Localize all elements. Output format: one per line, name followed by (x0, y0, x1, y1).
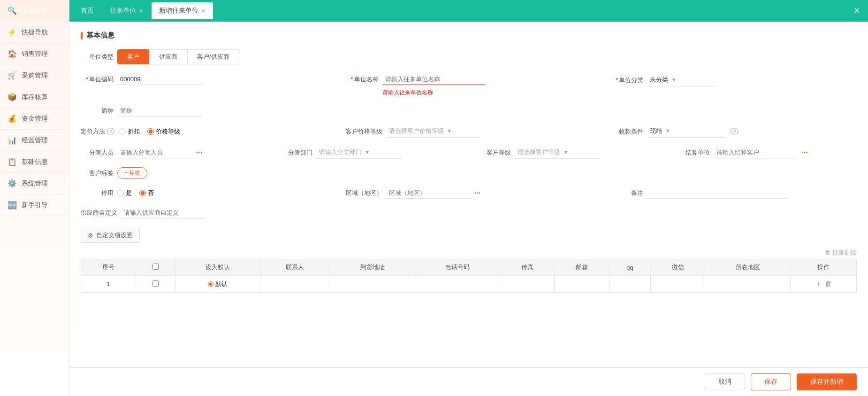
default-radio[interactable] (208, 281, 213, 287)
short-name-label: 简称 (81, 107, 114, 115)
row-select-checkbox[interactable] (152, 280, 159, 287)
unit-name-label: *单位名称 (346, 75, 379, 84)
sidebar-item-label: 系统管理 (22, 179, 48, 188)
row-action-btns: ＋ 🗑 (795, 280, 852, 288)
region-label: 区域（地区） (346, 189, 382, 197)
col-wechat: 微信 (650, 259, 705, 276)
type-btn-customer[interactable]: 客户 (117, 49, 149, 64)
table-header-row: 序号 设为默认 联系人 到货地址 电话号码 传真 邮箱 qq 微信 所在地区 操… (81, 259, 857, 276)
batch-delete-btn[interactable]: 🗑 批量删除 (824, 248, 857, 257)
col-seq: 序号 (81, 259, 136, 276)
row-seq: 1 (81, 276, 136, 293)
tab-new-partner[interactable]: 新增往来单位 ✕ (152, 2, 213, 19)
sidebar-item-new-guide[interactable]: 🆕 新手引导 (0, 194, 69, 216)
unit-type-group: 单位类型 客户 供应商 客户/供应商 (81, 49, 857, 64)
sidebar-item-label: 快捷导航 (22, 28, 48, 37)
section-bar (81, 32, 83, 39)
sidebar-item-search[interactable]: 🔍 搜索菜单 (0, 0, 69, 22)
save-button[interactable]: 保存 (751, 373, 791, 390)
sidebar-item-label: 库存核算 (22, 93, 48, 101)
tab-partner-list-close[interactable]: ✕ (139, 8, 143, 14)
sidebar-item-system[interactable]: ⚙️ 系统管理 (0, 173, 69, 194)
pricing-method-radios: 折扣 价格等级 (119, 127, 180, 136)
select-all-checkbox[interactable] (152, 264, 159, 270)
tab-bar: 首页 往来单位 ✕ 新增往来单位 ✕ ✕ (69, 0, 868, 22)
tab-home-label: 首页 (81, 7, 94, 15)
custom-settings-label: 自定义项设置 (96, 231, 133, 240)
custom-settings-btn[interactable]: ⚙ 自定义项设置 (81, 228, 140, 243)
settlement-unit-input[interactable] (714, 147, 798, 158)
customer-tag-label: 客户标签 (81, 169, 114, 178)
sidebar-item-quick-nav[interactable]: ⚡ 快捷导航 (0, 22, 69, 43)
type-btn-both[interactable]: 客户/供应商 (187, 49, 239, 64)
pricing-level-label: 价格等级 (156, 127, 180, 136)
main-area: 首页 往来单位 ✕ 新增往来单位 ✕ ✕ 基本信息 单位类型 客户 供应商 客户… (69, 0, 868, 396)
gear-icon: ⚙️ (8, 179, 17, 188)
batch-delete-label: 批量删除 (832, 249, 857, 256)
chevron-down-icon-3: ▼ (665, 128, 670, 134)
radio-circle-discount (119, 128, 126, 135)
row-qq (609, 276, 650, 293)
pricing-discount-label: 折扣 (128, 127, 140, 136)
unit-code-label: *单位编码 (81, 75, 114, 84)
row-wechat (650, 276, 705, 293)
type-btn-supplier[interactable]: 供应商 (149, 49, 187, 64)
content-area: 基本信息 单位类型 客户 供应商 客户/供应商 *单位编码 *单位名称 (69, 22, 868, 367)
save-add-button[interactable]: 保存并新增 (797, 373, 857, 390)
row-contact (260, 276, 330, 293)
unit-category-label: *单位分类 (610, 76, 643, 85)
customer-price-level-group: 客户价格等级 请选择客户价格等级 ▼ (346, 125, 592, 138)
sidebar-item-basic-info[interactable]: 📋 基础信息 (0, 151, 69, 173)
short-name-input[interactable] (117, 105, 202, 116)
short-name-group: 简称 (81, 105, 857, 116)
region-input[interactable] (386, 187, 471, 199)
pricing-radio-level[interactable]: 价格等级 (147, 127, 180, 136)
sidebar-item-inventory[interactable]: 📦 库存核算 (0, 86, 69, 108)
sidebar-item-fund[interactable]: 💰 资金管理 (0, 108, 69, 130)
payment-help-icon[interactable]: ? (731, 128, 738, 135)
tab-new-partner-close[interactable]: ✕ (201, 8, 206, 14)
department-label: 分管部门 (280, 148, 312, 157)
customer-level-placeholder: 请选择客户等级 (518, 148, 560, 156)
delete-row-btn[interactable]: 🗑 (825, 280, 832, 288)
radio-circle-yes (117, 190, 124, 196)
money-icon: 💰 (8, 114, 17, 123)
sidebar-item-label: 采购管理 (22, 71, 48, 80)
unit-category-select[interactable]: 未分类 ▼ (647, 74, 717, 86)
cancel-button[interactable]: 取消 (705, 373, 745, 390)
chevron-down-icon: ▼ (671, 77, 677, 83)
disabled-radio-yes[interactable]: 是 (117, 189, 132, 197)
remark-label: 备注 (610, 189, 643, 197)
doc-icon: 📋 (8, 157, 17, 166)
payment-terms-select[interactable]: 现结 ▼ (647, 125, 727, 138)
customer-level-select[interactable]: 请选择客户等级 ▼ (515, 146, 599, 159)
department-select[interactable]: 请输入分管部门 ▼ (316, 146, 401, 159)
sidebar-item-sales[interactable]: 🏠 销售管理 (0, 43, 69, 65)
region-more-btn[interactable]: ··· (474, 189, 480, 197)
tab-partner-list[interactable]: 往来单位 ✕ (102, 2, 151, 19)
radio-circle-no (139, 190, 146, 196)
manager-more-btn[interactable]: ··· (196, 148, 202, 157)
disabled-radio-no[interactable]: 否 (139, 189, 154, 197)
manager-input[interactable] (117, 147, 192, 158)
add-row-btn[interactable]: ＋ (815, 280, 822, 288)
remark-input[interactable] (647, 187, 788, 199)
add-tag-btn[interactable]: + 标签 (117, 167, 147, 179)
customer-price-level-select[interactable]: 请选择客户价格等级 ▼ (386, 125, 480, 138)
settlement-unit-label: 结算单位 (677, 148, 710, 157)
unit-type-label: 单位类型 (81, 53, 114, 61)
settlement-more-btn[interactable]: ··· (802, 148, 808, 157)
unit-name-input[interactable] (382, 74, 486, 85)
unit-code-input[interactable] (117, 74, 202, 85)
tab-bar-close[interactable]: ✕ (850, 4, 864, 18)
customer-level-group: 客户等级 请选择客户等级 ▼ (478, 146, 658, 159)
sidebar-item-purchase[interactable]: 🛒 采购管理 (0, 65, 69, 86)
supplier-custom-input[interactable] (121, 207, 206, 218)
sidebar-item-operations[interactable]: 📊 经营管理 (0, 130, 69, 151)
pricing-help-icon[interactable]: ? (107, 128, 114, 135)
sidebar-item-label: 新手引导 (22, 201, 48, 210)
payment-terms-label: 收款条件 (610, 127, 643, 136)
col-contact: 联系人 (260, 259, 330, 276)
pricing-radio-discount[interactable]: 折扣 (119, 127, 140, 136)
tab-home[interactable]: 首页 (73, 2, 101, 19)
